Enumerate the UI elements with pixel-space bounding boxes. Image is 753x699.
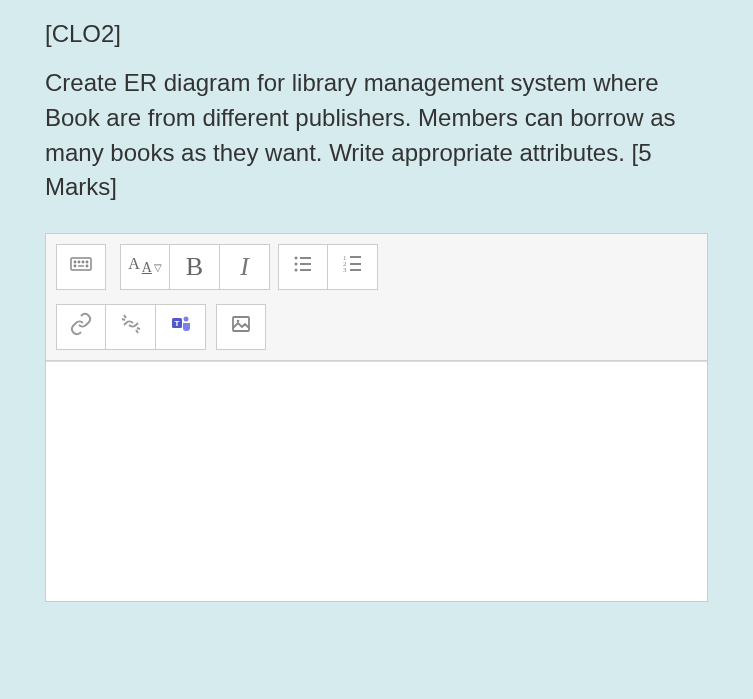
svg-rect-27 [233, 317, 249, 331]
svg-point-2 [78, 261, 79, 262]
svg-point-4 [86, 261, 87, 262]
font-format-group: A A ▽ B I [120, 244, 270, 290]
font-style-button[interactable]: A A ▽ [120, 244, 170, 290]
svg-line-20 [124, 315, 126, 318]
editor-toolbar: A A ▽ B I [46, 234, 707, 361]
svg-point-1 [74, 261, 75, 262]
svg-rect-11 [300, 263, 311, 265]
editor-content-area[interactable] [46, 361, 707, 601]
rich-text-editor: A A ▽ B I [45, 233, 708, 602]
svg-rect-0 [71, 258, 91, 270]
font-icon: A A ▽ [128, 258, 162, 276]
unlink-icon [119, 312, 143, 342]
bullet-list-button[interactable] [278, 244, 328, 290]
svg-rect-9 [300, 257, 311, 259]
svg-rect-15 [350, 256, 361, 258]
italic-button[interactable]: I [220, 244, 270, 290]
svg-line-21 [122, 319, 125, 320]
svg-line-22 [136, 330, 138, 333]
svg-point-12 [295, 269, 298, 272]
question-body: Create ER diagram for library management… [45, 66, 708, 205]
numbered-list-icon: 1 2 3 [341, 252, 365, 282]
bold-icon: B [186, 252, 203, 282]
svg-rect-19 [350, 269, 361, 271]
insert-group: T [56, 304, 697, 350]
svg-text:3: 3 [343, 266, 347, 274]
svg-point-8 [295, 257, 298, 260]
bold-button[interactable]: B [170, 244, 220, 290]
teams-button[interactable]: T [156, 304, 206, 350]
bullet-list-icon [291, 252, 315, 282]
svg-point-3 [82, 261, 83, 262]
link-button[interactable] [56, 304, 106, 350]
svg-point-5 [74, 265, 75, 266]
svg-text:T: T [174, 319, 179, 328]
link-icon [69, 312, 93, 342]
unlink-button[interactable] [106, 304, 156, 350]
italic-icon: I [240, 252, 249, 282]
image-icon [229, 312, 253, 342]
keyboard-button[interactable] [56, 244, 106, 290]
keyboard-icon [69, 252, 93, 282]
question-tag: [CLO2] [45, 20, 708, 48]
teams-icon: T [169, 312, 193, 342]
svg-point-28 [237, 320, 240, 323]
svg-line-23 [137, 328, 140, 329]
image-button[interactable] [216, 304, 266, 350]
list-group: 1 2 3 [278, 244, 378, 290]
svg-point-10 [295, 263, 298, 266]
svg-rect-13 [300, 269, 311, 271]
numbered-list-button[interactable]: 1 2 3 [328, 244, 378, 290]
svg-point-7 [86, 265, 87, 266]
svg-point-26 [183, 317, 188, 322]
svg-rect-17 [350, 263, 361, 265]
